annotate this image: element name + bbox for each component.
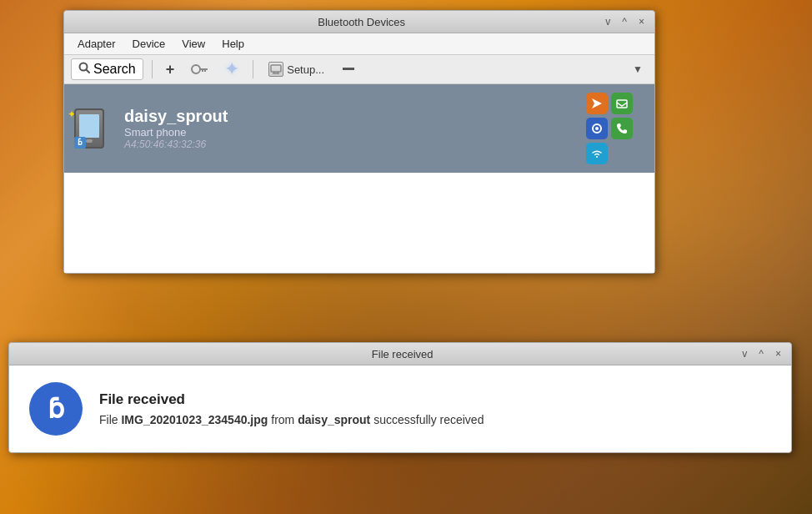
dialog-heading: File received: [99, 391, 771, 408]
action-send-button[interactable]: [586, 93, 608, 114]
four-star-icon: ✦: [224, 60, 239, 78]
add-device-button[interactable]: +: [161, 59, 180, 80]
device-type: Smart phone: [124, 126, 576, 139]
dialog-minimize-button[interactable]: v: [739, 347, 750, 360]
action-browse-button[interactable]: [611, 93, 633, 114]
body-prefix: File: [99, 413, 121, 426]
svg-point-2: [192, 65, 200, 73]
svg-line-1: [86, 69, 89, 73]
bluetooth-devices-window: Bluetooth Devices v ^ × Adapter Device V…: [63, 10, 655, 274]
device-name: daisy_sprout: [124, 107, 576, 126]
call-icon: [616, 123, 628, 134]
dialog-body: ɓ File received File IMG_20201023_234540…: [9, 365, 791, 452]
svg-rect-6: [271, 65, 281, 72]
setup-button[interactable]: Setup...: [262, 59, 331, 79]
menu-view[interactable]: View: [175, 36, 212, 52]
bar-icon: [343, 68, 354, 70]
key-button[interactable]: [186, 61, 213, 78]
menu-help[interactable]: Help: [215, 36, 251, 52]
dialog-titlebar: File received v ^ ×: [9, 343, 791, 365]
bt-window-titlebar: Bluetooth Devices v ^ ×: [64, 11, 654, 33]
search-button[interactable]: Search: [71, 58, 143, 80]
wifi-icon: [591, 148, 603, 159]
device-actions: [586, 93, 644, 164]
dialog-titlebar-controls: v ^ ×: [739, 347, 784, 360]
empty-device-area: [64, 173, 654, 273]
svg-marker-10: [592, 98, 602, 108]
bt-menu-bar: Adapter Device View Help: [64, 33, 654, 55]
body-middle: from: [268, 413, 298, 426]
action-call-button[interactable]: [611, 118, 633, 139]
bt-window-title: Bluetooth Devices: [121, 16, 602, 28]
device-item[interactable]: ✦ ɓ daisy_sprout Smart phone A4:50:46:43…: [64, 84, 654, 173]
bt-maximize-button[interactable]: ^: [619, 15, 630, 28]
body-suffix: successfully received: [370, 413, 484, 426]
send-icon: [591, 98, 603, 109]
browse-icon: [616, 98, 628, 109]
phone-screen: [79, 114, 99, 138]
toolbar-separator-2: [253, 60, 253, 78]
search-icon: [78, 62, 90, 77]
dialog-maximize-button[interactable]: ^: [755, 347, 767, 360]
phone-button: [86, 139, 93, 143]
menu-device[interactable]: Device: [126, 36, 173, 52]
dialog-close-button[interactable]: ×: [772, 347, 784, 360]
search-label: Search: [93, 62, 136, 77]
bt-close-button[interactable]: ×: [635, 15, 648, 28]
bt-titlebar-controls: v ^ ×: [602, 15, 648, 28]
device-list: ✦ ɓ daisy_sprout Smart phone A4:50:46:43…: [64, 84, 654, 273]
bt-toolbar: Search + ✦: [64, 55, 654, 84]
sender-name: daisy_sprout: [298, 413, 370, 426]
connect-icon: [591, 123, 603, 134]
bt-minimize-button[interactable]: v: [602, 15, 614, 28]
add-icon: +: [166, 61, 175, 78]
bt-badge: ɓ: [74, 137, 86, 149]
filename: IMG_20201023_234540.jpg: [121, 413, 268, 426]
bluetooth-symbol: ɓ: [48, 396, 64, 422]
file-received-dialog: File received v ^ × ɓ File received File…: [8, 342, 792, 453]
bluetooth-logo: ɓ: [29, 382, 83, 436]
toolbar-separator-1: [152, 60, 153, 78]
bluetooth-new-button[interactable]: ✦: [219, 58, 244, 80]
device-mac: A4:50:46:43:32:36: [124, 139, 576, 150]
dropdown-arrow-icon: ▼: [633, 63, 643, 75]
menu-adapter[interactable]: Adapter: [71, 36, 123, 52]
action-wifi-button[interactable]: [586, 143, 608, 164]
action-connect-button[interactable]: [586, 118, 608, 139]
setup-label: Setup...: [287, 63, 324, 76]
dialog-title: File received: [66, 348, 739, 360]
dialog-body-text: File IMG_20201023_234540.jpg from daisy_…: [99, 413, 771, 426]
toolbar-minimize-button[interactable]: [338, 66, 359, 73]
setup-icon: [268, 62, 283, 77]
dialog-text-area: File received File IMG_20201023_234540.j…: [99, 391, 771, 426]
device-info: daisy_sprout Smart phone A4:50:46:43:32:…: [124, 107, 576, 150]
device-icon-wrapper: ✦ ɓ: [74, 108, 114, 149]
key-icon: [191, 63, 208, 76]
svg-point-13: [595, 127, 599, 130]
toolbar-dropdown-button[interactable]: ▼: [628, 62, 648, 77]
